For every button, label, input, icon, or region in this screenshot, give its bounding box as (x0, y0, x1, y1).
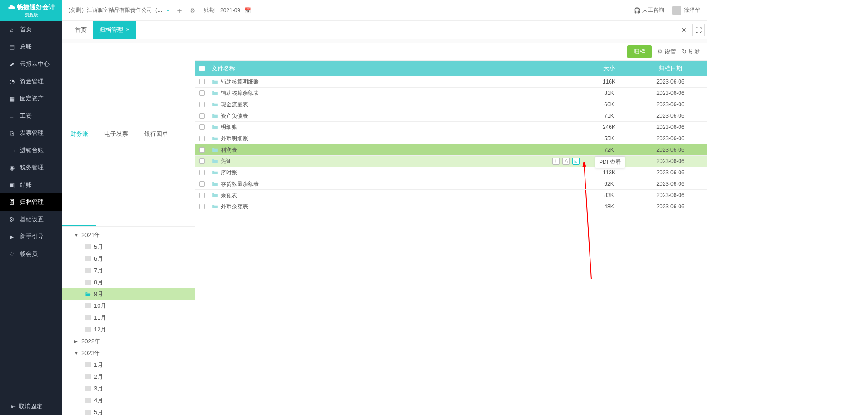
company-selector[interactable]: (勿删）江西服室精品有限责任公司（... ▾ (69, 6, 169, 14)
file-name: 余额表 (221, 192, 237, 199)
company-settings-button[interactable]: ⚙ (190, 7, 196, 14)
inner-tab[interactable]: 财务账 (62, 43, 96, 226)
tree-year[interactable]: ▼2021年 (62, 229, 195, 241)
nav-item-salary[interactable]: ≡工资 (0, 107, 62, 124)
table-row[interactable]: 外币明细账55K2023-06-06 (195, 133, 707, 144)
tree-month[interactable]: 8月 (62, 277, 195, 288)
tree-year[interactable]: ▶2022年 (62, 336, 195, 347)
nav-item-member[interactable]: ♡畅会员 (0, 245, 62, 262)
file-name: 利润表 (221, 146, 237, 154)
row-checkbox[interactable] (199, 204, 205, 209)
unpin-button[interactable]: ⇤ 取消固定 (0, 398, 62, 415)
page-tab[interactable]: 归档管理✕ (93, 21, 136, 39)
folder-icon (85, 268, 91, 273)
tree-month[interactable]: 1月 (62, 359, 195, 371)
settings-link[interactable]: ⚙ 设置 (657, 48, 676, 56)
row-checkbox[interactable] (199, 102, 205, 107)
row-checkbox[interactable] (199, 158, 205, 164)
headset-icon: 🎧 (634, 7, 640, 14)
row-checkbox[interactable] (199, 136, 205, 141)
support-link[interactable]: 🎧 人工咨询 (634, 6, 664, 14)
tree-label: 2022年 (81, 337, 100, 346)
nav-label: 进销台账 (20, 146, 44, 154)
row-checkbox[interactable] (199, 90, 205, 96)
row-checkbox[interactable] (199, 181, 205, 187)
nav-item-tax[interactable]: ◉税务管理 (0, 159, 62, 176)
table-row[interactable]: 辅助核算明细账116K2023-06-06 (195, 76, 707, 88)
nav-item-guide[interactable]: ▶新手引导 (0, 228, 62, 245)
tree-month[interactable]: 12月 (62, 324, 195, 336)
nav-item-ledger[interactable]: ▤总账 (0, 38, 62, 55)
nav-label: 固定资产 (20, 94, 44, 103)
tree-month[interactable]: 3月 (62, 383, 195, 395)
tree-year[interactable]: ▼2023年 (62, 347, 195, 359)
nav-item-report[interactable]: ⬈云报表中心 (0, 55, 62, 73)
download-pdf-icon[interactable]: ⎙ (562, 158, 570, 165)
nav-item-home[interactable]: ⌂首页 (0, 21, 62, 38)
nav-item-setting[interactable]: ⚙基础设置 (0, 211, 62, 228)
table-row[interactable]: 辅助核算余额表81K2023-06-06 (195, 88, 707, 99)
table-row[interactable]: 明细账246K2023-06-06 (195, 122, 707, 133)
inout-icon: ▭ (8, 147, 15, 154)
view-pdf-icon[interactable]: ⊡ (572, 158, 580, 165)
file-size: 48K (584, 203, 634, 210)
fullscreen-button[interactable]: ⛶ (692, 24, 705, 36)
table-row[interactable]: 资产负债表71K2023-06-06 (195, 110, 707, 122)
row-checkbox[interactable] (199, 170, 205, 175)
row-checkbox[interactable] (199, 193, 205, 198)
tree-label: 5月 (94, 408, 103, 415)
avatar[interactable] (672, 6, 681, 15)
tree-month[interactable]: 11月 (62, 312, 195, 324)
logo: 畅捷通好会计 旗舰版 (0, 0, 62, 21)
chevron-right-icon: ▶ (74, 339, 79, 344)
inner-tab[interactable]: 银行回单 (136, 43, 176, 226)
table-body: 辅助核算明细账116K2023-06-06辅助核算余额表81K2023-06-0… (195, 76, 707, 212)
tree-month[interactable]: 10月 (62, 300, 195, 312)
nav-item-close[interactable]: ▣结账 (0, 176, 62, 193)
file-name: 外币余额表 (221, 203, 248, 211)
row-checkbox[interactable] (199, 79, 205, 84)
file-size: 246K (584, 124, 634, 130)
page-tab[interactable]: 首页 (69, 21, 93, 39)
folder-icon (85, 327, 91, 332)
nav-label: 新手引导 (20, 232, 44, 241)
select-all-checkbox[interactable] (199, 66, 205, 71)
tree-month[interactable]: 6月 (62, 253, 195, 265)
table-row[interactable]: 凭证⬇⎙⊡53K2023-06-06PDF查看 (195, 156, 707, 167)
nav-item-asset[interactable]: ▦固定资产 (0, 90, 62, 107)
add-company-button[interactable]: ＋ (175, 5, 184, 16)
close-icon[interactable]: ✕ (126, 27, 130, 33)
table-row[interactable]: 存货数量余额表62K2023-06-06 (195, 178, 707, 190)
tree-label: 1月 (94, 361, 103, 369)
nav-item-fund[interactable]: ◔资金管理 (0, 73, 62, 90)
nav-item-archive[interactable]: 🗄归档管理 (0, 193, 62, 211)
file-date: 2023-06-06 (634, 169, 707, 176)
tree-month[interactable]: 9月 (62, 288, 195, 300)
close-all-button[interactable]: ✕ (678, 24, 690, 36)
tree-month[interactable]: 7月 (62, 265, 195, 277)
row-checkbox[interactable] (199, 124, 205, 130)
download-xls-icon[interactable]: ⬇ (552, 158, 560, 165)
archive-button[interactable]: 归档 (627, 45, 652, 58)
tab-label: 归档管理 (99, 26, 123, 34)
tree-month[interactable]: 5月 (62, 241, 195, 253)
nav-item-invoice[interactable]: ⎘发票管理 (0, 124, 62, 142)
row-checkbox[interactable] (199, 147, 205, 153)
folder-icon (85, 315, 91, 320)
period-picker[interactable]: 2021-09 📅 (220, 7, 251, 14)
tree-month[interactable]: 2月 (62, 371, 195, 383)
table-row[interactable]: 序时账113K2023-06-06 (195, 167, 707, 178)
row-checkbox[interactable] (199, 113, 205, 119)
file-date: 2023-06-06 (634, 158, 707, 164)
table-row[interactable]: 现金流量表66K2023-06-06 (195, 99, 707, 110)
inner-tab[interactable]: 电子发票 (96, 43, 136, 226)
nav-item-inout[interactable]: ▭进销台账 (0, 142, 62, 159)
table-row[interactable]: 余额表83K2023-06-06 (195, 190, 707, 201)
table-row[interactable]: 利润表72K2023-06-06 (195, 144, 707, 156)
table-row[interactable]: 外币余额表48K2023-06-06 (195, 201, 707, 212)
tree-month[interactable]: 4月 (62, 395, 195, 406)
file-name: 资产负债表 (221, 112, 248, 120)
left-panel: 财务账电子发票银行回单 ▼2021年5月6月7月8月9月10月11月12月▶20… (62, 43, 195, 415)
refresh-link[interactable]: ↻ 刷新 (682, 48, 700, 56)
tree-month[interactable]: 5月 (62, 406, 195, 415)
